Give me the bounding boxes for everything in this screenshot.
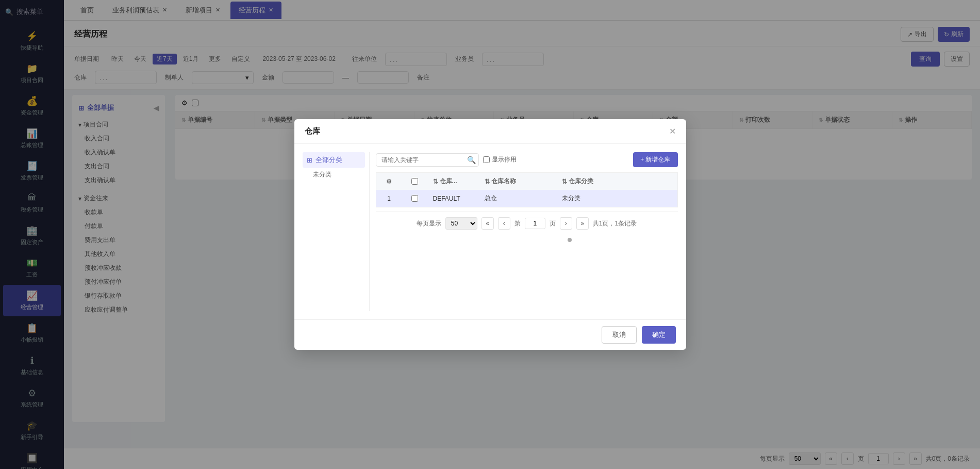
modal-td-code: DEFAULT [428, 190, 479, 207]
modal-pagination: 每页显示 50 « ‹ 第 页 › » 共1页，1条记录 [376, 212, 678, 232]
settings-icon[interactable]: ⚙ [386, 178, 392, 185]
modal-sidebar-unclassified[interactable]: 未分类 [303, 168, 365, 182]
modal-content: 🔍 显示停用 + 新增仓库 ⚙ ⇅ 仓库... [370, 152, 678, 311]
modal-sidebar-scroll[interactable] [568, 238, 572, 242]
sort-icon: ⇅ [485, 178, 490, 185]
modal-sidebar: ⊞ 全部分类 未分类 [303, 152, 370, 311]
row-checkbox[interactable] [411, 195, 418, 202]
modal-next-page[interactable]: › [560, 217, 572, 230]
modal-title: 仓库 [305, 126, 320, 136]
modal-td-index: 1 [376, 190, 402, 207]
modal-td-category: 未分类 [557, 190, 677, 207]
sort-icon: ⇅ [433, 178, 438, 185]
modal-page-input[interactable] [525, 218, 545, 229]
modal-sidebar-all-category[interactable]: ⊞ 全部分类 [303, 152, 365, 168]
modal-close-button[interactable]: ✕ [669, 126, 676, 136]
modal-per-page-label: 每页显示 [417, 219, 441, 228]
modal-td-check[interactable] [402, 190, 428, 207]
modal-confirm-button[interactable]: 确定 [642, 326, 676, 344]
modal-table-row[interactable]: 1 DEFAULT 总仓 未分类 [376, 190, 678, 207]
modal-per-page-select[interactable]: 50 [445, 217, 477, 230]
modal-last-page[interactable]: » [576, 217, 589, 230]
show-disabled-label[interactable]: 显示停用 [483, 155, 517, 164]
modal-body: ⊞ 全部分类 未分类 🔍 显示停用 [294, 144, 686, 319]
search-icon[interactable]: 🔍 [467, 156, 476, 164]
modal-total: 共1页，1条记录 [593, 219, 637, 228]
modal-cancel-button[interactable]: 取消 [602, 326, 637, 344]
modal-select-all[interactable] [411, 178, 418, 185]
modal-th-category[interactable]: ⇅ 仓库分类 [557, 173, 677, 190]
search-wrap: 🔍 [376, 153, 479, 167]
modal-td-name: 总仓 [479, 190, 557, 207]
modal-prev-page[interactable]: ‹ [498, 217, 510, 230]
modal-toolbar: 🔍 显示停用 + 新增仓库 [376, 152, 678, 167]
modal-th-name[interactable]: ⇅ 仓库名称 [479, 173, 557, 190]
modal-table-header: ⚙ ⇅ 仓库... ⇅ 仓库名称 ⇅ 仓库分类 [376, 172, 678, 190]
modal-header: 仓库 ✕ [294, 119, 686, 144]
modal-overlay: 仓库 ✕ ⊞ 全部分类 未分类 🔍 [0, 0, 980, 469]
modal-page-suffix: 页 [550, 219, 556, 228]
modal-table-body: 1 DEFAULT 总仓 未分类 [376, 190, 678, 207]
grid-icon: ⊞ [307, 156, 312, 164]
warehouse-search-input[interactable] [376, 153, 479, 167]
add-warehouse-button[interactable]: + 新增仓库 [633, 152, 677, 167]
modal-footer: 取消 确定 [294, 319, 686, 350]
modal-first-page[interactable]: « [481, 217, 494, 230]
modal-page-label: 第 [514, 219, 521, 228]
show-disabled-checkbox[interactable] [483, 156, 490, 163]
modal-th-settings: ⚙ [376, 173, 402, 190]
modal-th-checkbox [402, 173, 428, 190]
warehouse-modal: 仓库 ✕ ⊞ 全部分类 未分类 🔍 [294, 119, 686, 350]
modal-th-code[interactable]: ⇅ 仓库... [428, 173, 479, 190]
sort-icon: ⇅ [562, 178, 567, 185]
